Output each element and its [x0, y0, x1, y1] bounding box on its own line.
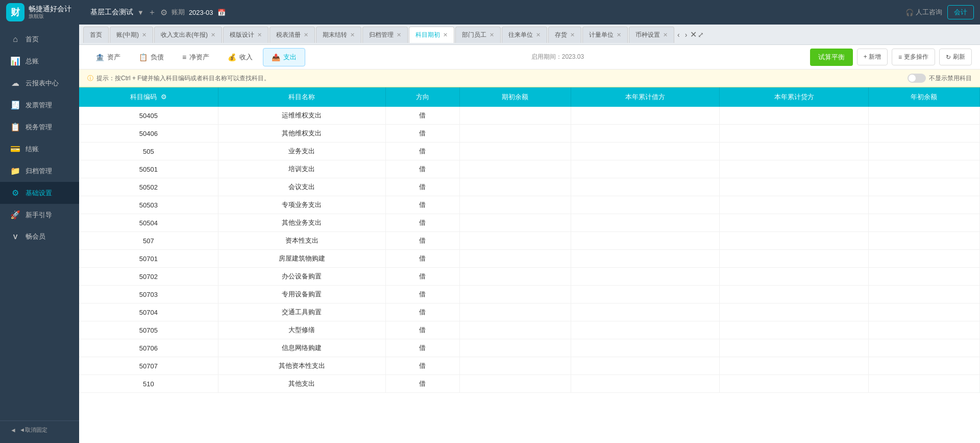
sub-tab-income[interactable]: 💰 收入 [219, 49, 261, 66]
cell-name: 资本性支出 [218, 232, 385, 250]
more-button[interactable]: ≡ 更多操作 [892, 49, 935, 65]
close-tab-contacts-icon[interactable]: ✕ [536, 32, 541, 38]
net-asset-icon: ≡ [182, 53, 186, 61]
add-button[interactable]: + 新增 [857, 49, 888, 65]
tab-contacts[interactable]: 往来单位 ✕ [502, 27, 547, 43]
main-content: 首页 账(中期) ✕ 收入支出表(年报) ✕ 模版设计 ✕ 税表清册 ✕ 期末结… [79, 25, 980, 443]
balance-button[interactable]: 试算平衡 [810, 49, 853, 66]
sub-tab-liability[interactable]: 📋 负债 [131, 49, 172, 66]
tab-expand-button[interactable]: ⤢ [698, 31, 704, 39]
tax-icon: 📋 [10, 122, 20, 132]
tab-scroll-right-button[interactable]: › [683, 30, 690, 40]
hint-bar: ⓘ 提示：按Ctrl + F键并输入科目编码或者科目名称可以查找科目。 不显示禁… [79, 69, 980, 87]
table-row[interactable]: 510 其他支出 借 [79, 375, 980, 393]
sidebar-item-invoice[interactable]: 🧾 发票管理 [0, 94, 79, 116]
table-row[interactable]: 50504 其他业务支出 借 [79, 214, 980, 232]
sub-tab-net-asset[interactable]: ≡ 净资产 [174, 49, 217, 66]
table-row[interactable]: 50702 办公设备购置 借 [79, 268, 980, 286]
table-row[interactable]: 50706 信息网络购建 借 [79, 339, 980, 357]
invoice-icon: 🧾 [10, 100, 20, 110]
table-row[interactable]: 50705 大型修缮 借 [79, 321, 980, 339]
cell-year-balance [868, 304, 979, 321]
tab-unit[interactable]: 计量单位 ✕ [582, 27, 628, 43]
tab-template[interactable]: 模版设计 ✕ [223, 27, 268, 43]
sidebar-item-settings[interactable]: ⚙ 基础设置 [0, 182, 79, 204]
sidebar-item-reports[interactable]: ☁ 云报表中心 [0, 72, 79, 94]
tab-period-close[interactable]: 期末结转 ✕ [316, 27, 361, 43]
table-row[interactable]: 50406 其他维权支出 借 [79, 125, 980, 143]
sub-tabs-bar: 🏦 资产 📋 负债 ≡ 净资产 💰 收入 📤 支出 启用期间：2023.03 试 [79, 45, 980, 69]
toggle-switch[interactable] [908, 74, 926, 83]
close-tab-dept-staff-icon[interactable]: ✕ [489, 32, 494, 38]
cloud-icon: ☁ [10, 78, 20, 88]
close-tab-template-icon[interactable]: ✕ [257, 32, 262, 38]
headset-icon: 🎧 [905, 9, 914, 16]
table-row[interactable]: 50503 专项业务支出 借 [79, 196, 980, 214]
tab-period[interactable]: 账(中期) ✕ [110, 27, 153, 43]
tab-scroll-left-button[interactable]: ‹ [675, 30, 682, 40]
tab-archive[interactable]: 归档管理 ✕ [362, 27, 408, 43]
sidebar-item-ledger[interactable]: 📊 总账 [0, 50, 79, 72]
tab-tax-list[interactable]: 税表清册 ✕ [270, 27, 315, 43]
close-tab-currency-icon[interactable]: ✕ [663, 32, 668, 38]
cell-ytd-credit [720, 178, 869, 196]
table-row[interactable]: 50405 运维维权支出 借 [79, 107, 980, 125]
cell-year-balance [868, 375, 979, 393]
cell-period-balance [459, 321, 571, 339]
toggle-label: 不显示禁用科目 [929, 74, 972, 83]
sidebar-collapse-button[interactable]: ◄ ◄取消固定 [0, 421, 79, 439]
sidebar-item-guide[interactable]: 🚀 新手引导 [0, 204, 79, 226]
close-tab-income-report-icon[interactable]: ✕ [211, 32, 215, 38]
cell-ytd-credit [720, 160, 869, 178]
cell-code: 505 [79, 143, 218, 160]
tab-dept-staff[interactable]: 部门员工 ✕ [455, 27, 501, 43]
company-dropdown-icon[interactable]: ▼ [137, 9, 144, 16]
table-row[interactable]: 505 业务支出 借 [79, 143, 980, 160]
cell-period-balance [459, 304, 571, 321]
close-tab-tax-list-icon[interactable]: ✕ [304, 32, 308, 38]
calendar-icon[interactable]: 📅 [217, 9, 226, 16]
close-tab-archive-icon[interactable]: ✕ [397, 32, 401, 38]
close-tab-inventory-icon[interactable]: ✕ [570, 32, 575, 38]
tab-currency[interactable]: 币种设置 ✕ [629, 27, 674, 43]
sub-tab-expenditure[interactable]: 📤 支出 [263, 48, 305, 66]
show-disabled-toggle[interactable]: 不显示禁用科目 [908, 74, 972, 83]
archive-icon: 📁 [10, 166, 20, 176]
sidebar-item-archive[interactable]: 📁 归档管理 [0, 160, 79, 182]
col-year-balance: 年初余额 [868, 87, 979, 107]
table-row[interactable]: 50703 专用设备购置 借 [79, 286, 980, 304]
table-row[interactable]: 507 资本性支出 借 [79, 232, 980, 250]
help-button[interactable]: 🎧 人工咨询 [905, 8, 942, 17]
table-row[interactable]: 50704 交通工具购置 借 [79, 304, 980, 321]
settings-icon[interactable]: ⚙ [160, 8, 167, 17]
table-row[interactable]: 50701 房屋建筑物购建 借 [79, 250, 980, 268]
hint-text-area: ⓘ 提示：按Ctrl + F键并输入科目编码或者科目名称可以查找科目。 [87, 74, 270, 83]
tab-close-all-button[interactable]: ✕ [690, 30, 697, 39]
cell-direction: 借 [386, 196, 459, 214]
tab-income-report[interactable]: 收入支出表(年报) ✕ [154, 27, 222, 43]
sidebar-item-member[interactable]: V 畅会员 [0, 226, 79, 247]
tab-inventory[interactable]: 存货 ✕ [548, 27, 581, 43]
cell-code: 50405 [79, 107, 218, 125]
table-row[interactable]: 50707 其他资本性支出 借 [79, 357, 980, 375]
tab-home[interactable]: 首页 [83, 27, 109, 43]
more-icon: ≡ [898, 54, 902, 61]
add-tab-button[interactable]: ＋ [148, 7, 156, 18]
tabs-bar: 首页 账(中期) ✕ 收入支出表(年报) ✕ 模版设计 ✕ 税表清册 ✕ 期末结… [79, 25, 980, 45]
cell-direction: 借 [386, 250, 459, 268]
close-tab-period-icon[interactable]: ✕ [142, 32, 146, 38]
sub-tab-asset[interactable]: 🏦 资产 [87, 49, 129, 66]
close-tab-period-close-icon[interactable]: ✕ [350, 32, 355, 38]
column-settings-icon[interactable]: ⚙ [161, 93, 167, 101]
sidebar-item-home[interactable]: ⌂ 首页 [0, 29, 79, 50]
close-tab-subject-init-icon[interactable]: ✕ [443, 32, 448, 38]
table-row[interactable]: 50501 培训支出 借 [79, 160, 980, 178]
table-row[interactable]: 50502 会议支出 借 [79, 178, 980, 196]
tab-subject-init[interactable]: 科目期初 ✕ [409, 27, 454, 43]
sidebar-item-close[interactable]: 💳 结账 [0, 138, 79, 160]
sidebar-item-tax[interactable]: 📋 税务管理 [0, 116, 79, 138]
account-button[interactable]: 会计 [947, 5, 974, 19]
refresh-button[interactable]: ↻ 刷新 [939, 49, 972, 65]
close-tab-unit-icon[interactable]: ✕ [617, 32, 621, 38]
logo-area: 财 畅捷通好会计 旗舰版 [6, 3, 85, 21]
